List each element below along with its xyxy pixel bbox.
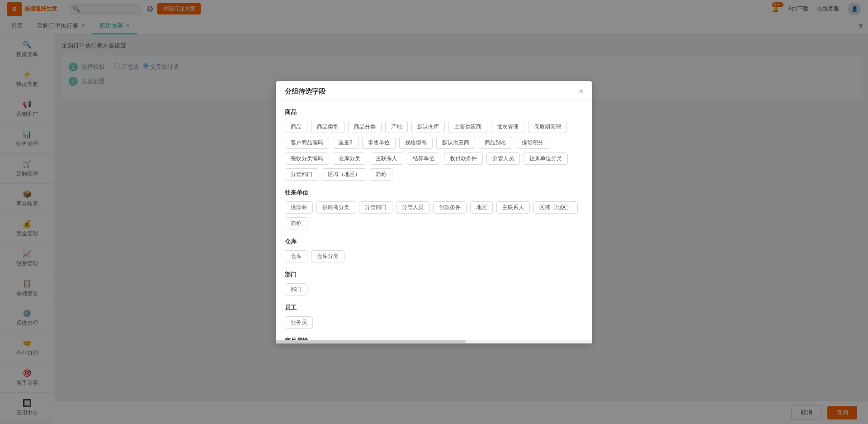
field-chips: 业务员: [285, 316, 583, 329]
field-section-往来单位: 往来单位供应商供应商分类分管部门分管人员付款条件地区主联系人区域（地区）简称: [285, 189, 583, 229]
field-chip[interactable]: 分管人员: [486, 152, 520, 165]
modal-body: 商品商品商品类型商品分类产地默认仓库主要供应商批次管理保质期管理客户商品编码重量…: [276, 101, 592, 340]
modal-horizontal-scrollbar[interactable]: [276, 340, 592, 343]
field-chip[interactable]: 供应商: [285, 201, 313, 214]
field-chip[interactable]: 默认供应商: [436, 137, 475, 149]
field-chip[interactable]: 批次管理: [491, 121, 524, 133]
field-chip[interactable]: 产地: [385, 121, 408, 133]
modal-title: 分组待选字段: [285, 87, 326, 96]
field-chip[interactable]: 供应商分类: [316, 201, 355, 214]
field-chip[interactable]: 结算单位: [407, 152, 440, 165]
field-chip[interactable]: 付款条件: [433, 201, 467, 214]
field-chip[interactable]: 拣货积分: [516, 137, 549, 149]
field-chip[interactable]: 往来单位分类: [524, 152, 568, 165]
field-section-商品属性: 商品属性属性颜色多规格尺码鞋码1: [285, 337, 583, 340]
field-chip[interactable]: 客户商品编码: [285, 137, 329, 149]
field-chip[interactable]: 简称: [285, 217, 307, 229]
section-title: 员工: [285, 304, 583, 312]
field-chip[interactable]: 默认仓库: [411, 121, 445, 133]
field-section-部门: 部门部门: [285, 271, 583, 295]
field-chips: 仓库仓库分类: [285, 250, 583, 262]
field-chip[interactable]: 主联系人: [370, 152, 403, 165]
field-chip[interactable]: 零售单位: [362, 137, 396, 149]
field-chip[interactable]: 税收分类编码: [285, 152, 329, 165]
modal-overlay: 分组待选字段 × 商品商品商品类型商品分类产地默认仓库主要供应商批次管理保质期管…: [0, 0, 868, 424]
field-section-员工: 员工业务员: [285, 304, 583, 329]
field-chip[interactable]: 分管部门: [359, 201, 392, 214]
section-title: 商品属性: [285, 337, 583, 340]
section-title: 部门: [285, 271, 583, 279]
field-chip[interactable]: 商品分类: [348, 121, 382, 133]
field-chips: 部门: [285, 283, 583, 295]
field-chip[interactable]: 规格型号: [399, 137, 433, 149]
field-chip[interactable]: 商品: [285, 121, 307, 133]
section-title: 往来单位: [285, 189, 583, 197]
section-title: 仓库: [285, 238, 583, 246]
field-chip[interactable]: 分管人员: [396, 201, 429, 214]
field-chip[interactable]: 仓库分类: [311, 250, 344, 262]
field-chip[interactable]: 部门: [285, 283, 307, 295]
field-chip[interactable]: 仓库: [285, 250, 307, 262]
section-title: 商品: [285, 108, 583, 116]
field-section-仓库: 仓库仓库仓库分类: [285, 238, 583, 262]
field-chip[interactable]: 分管部门: [285, 168, 318, 181]
field-chip[interactable]: 简称: [370, 168, 392, 181]
modal-header: 分组待选字段 ×: [276, 81, 592, 101]
field-chip[interactable]: 收付款条件: [444, 152, 483, 165]
field-chips: 供应商供应商分类分管部门分管人员付款条件地区主联系人区域（地区）简称: [285, 201, 583, 229]
field-chip[interactable]: 区域（地区）: [322, 168, 366, 181]
field-chip[interactable]: 区域（地区）: [533, 201, 578, 214]
field-chip[interactable]: 主要供应商: [448, 121, 487, 133]
field-chip[interactable]: 业务员: [285, 316, 313, 329]
scrollbar-thumb: [276, 340, 466, 343]
field-section-商品: 商品商品商品类型商品分类产地默认仓库主要供应商批次管理保质期管理客户商品编码重量…: [285, 108, 583, 181]
field-chip[interactable]: 地区: [470, 201, 493, 214]
field-chip[interactable]: 商品别名: [479, 137, 512, 149]
field-chip[interactable]: 保质期管理: [528, 121, 567, 133]
field-chip[interactable]: 主联系人: [496, 201, 530, 214]
modal-close-btn[interactable]: ×: [579, 87, 583, 95]
field-chip[interactable]: 商品类型: [311, 121, 344, 133]
field-chip[interactable]: 重量3: [333, 137, 359, 149]
field-select-modal: 分组待选字段 × 商品商品商品类型商品分类产地默认仓库主要供应商批次管理保质期管…: [276, 81, 592, 343]
field-chips: 商品商品类型商品分类产地默认仓库主要供应商批次管理保质期管理客户商品编码重量3零…: [285, 121, 583, 181]
field-chip[interactable]: 仓库分类: [333, 152, 366, 165]
